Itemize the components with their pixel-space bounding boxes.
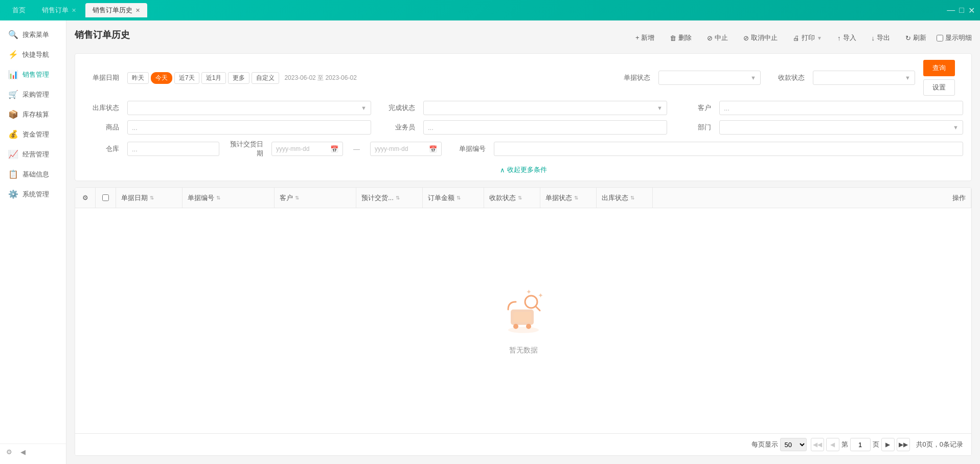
delete-button[interactable]: 🗑 删除 — [665, 31, 697, 45]
sort-delivery-icon: ⇅ — [396, 195, 400, 201]
query-button[interactable]: 查询 — [923, 60, 955, 76]
complete-status-select[interactable]: ▼ — [423, 101, 667, 115]
sidebar-item-base-info[interactable]: 📋 基础信息 — [0, 164, 66, 184]
th-delivery[interactable]: 预计交货... ⇅ — [356, 188, 423, 208]
bill-date-label: 单据日期 — [83, 73, 119, 82]
filter-row-3: 商品 ... 业务员 ... 部门 ▼ — [83, 120, 963, 135]
th-bill-status[interactable]: 单据状态 ⇅ — [540, 188, 597, 208]
table-body: ✦ ✦ 暂无数据 — [75, 208, 971, 433]
search-icon: 🔍 — [8, 30, 18, 39]
bill-number-input[interactable] — [494, 142, 963, 156]
svg-rect-2 — [513, 312, 531, 322]
salesperson-label: 业务员 — [379, 123, 415, 132]
next-page-btn[interactable]: ▶ — [881, 438, 895, 451]
bill-status-arrow: ▼ — [750, 75, 756, 81]
bill-status-label: 单据状态 — [614, 73, 650, 82]
sidebar-item-inventory[interactable]: 📦 库存核算 — [0, 104, 66, 124]
svg-point-4 — [526, 324, 531, 329]
svg-point-3 — [513, 324, 518, 329]
sidebar-item-quick-nav[interactable]: ⚡ 快捷导航 — [0, 45, 66, 64]
date-yesterday[interactable]: 昨天 — [127, 72, 149, 84]
display-columns-toggle[interactable]: 显示明细 — [937, 33, 972, 42]
date-more[interactable]: 更多 — [228, 72, 249, 84]
complete-status-arrow: ▼ — [657, 105, 663, 111]
svg-text:✦: ✦ — [526, 288, 532, 296]
window-controls: — □ ✕ — [947, 6, 975, 15]
customer-input[interactable]: ... — [719, 101, 963, 115]
export-icon: ↓ — [872, 34, 875, 42]
out-status-select[interactable]: ▼ — [127, 101, 371, 115]
sidebar-item-purchase[interactable]: 🛒 采购管理 — [0, 84, 66, 104]
date-custom[interactable]: 自定义 — [252, 72, 279, 84]
th-date[interactable]: 单据日期 ⇅ — [116, 188, 183, 208]
maximize-btn[interactable]: □ — [959, 6, 964, 15]
date-1month[interactable]: 近1月 — [201, 72, 226, 84]
sidebar-item-search[interactable]: 🔍 搜索菜单 — [0, 25, 66, 45]
page-size-selector: 每页显示 10 20 50 100 — [751, 438, 807, 451]
table-header: ⚙ 单据日期 ⇅ 单据编号 ⇅ 客户 ⇅ 预计交货... — [75, 188, 971, 208]
collapse-filters[interactable]: ∧ 收起更多条件 — [83, 163, 963, 174]
print-button[interactable]: 🖨 打印 ▼ — [788, 31, 827, 45]
sidebar-collapse-icon[interactable]: ◀ — [20, 448, 26, 456]
th-checkbox[interactable] — [96, 188, 116, 208]
svg-point-0 — [508, 327, 539, 333]
th-out-status[interactable]: 出库状态 ⇅ — [597, 188, 653, 208]
export-button[interactable]: ↓ 导出 — [867, 31, 896, 45]
customer-label: 客户 — [675, 103, 711, 113]
cancel-stop-icon: ⊘ — [743, 34, 749, 42]
minimize-btn[interactable]: — — [947, 6, 955, 15]
delivery-date-label: 预计交货日期 — [227, 140, 263, 158]
table-settings-icon: ⚙ — [82, 194, 88, 202]
date-7days[interactable]: 近7天 — [174, 72, 199, 84]
display-columns-checkbox[interactable] — [937, 35, 943, 41]
collapse-arrow-icon: ∧ — [500, 166, 505, 174]
sidebar-item-system[interactable]: ⚙️ 系统管理 — [0, 184, 66, 204]
tab-home[interactable]: 首页 — [5, 3, 33, 17]
stop-button[interactable]: ⊘ 中止 — [702, 31, 733, 45]
delivery-end-date[interactable]: yyyy-mm-dd 📅 — [370, 142, 442, 156]
th-order-num[interactable]: 单据编号 ⇅ — [183, 188, 275, 208]
setting-button[interactable]: 设置 — [923, 79, 955, 96]
sidebar-item-sales[interactable]: 📊 销售管理 — [0, 64, 66, 84]
sidebar-item-finance[interactable]: 💰 资金管理 — [0, 124, 66, 144]
close-tab-sales-order[interactable]: ✕ — [72, 7, 76, 14]
cancel-stop-button[interactable]: ⊘ 取消中止 — [738, 31, 783, 45]
department-select[interactable]: ▼ — [719, 120, 963, 135]
th-amount[interactable]: 订单金额 ⇅ — [423, 188, 484, 208]
refresh-icon: ↻ — [905, 34, 911, 42]
select-all-checkbox[interactable] — [102, 194, 109, 201]
import-icon: ↑ — [837, 34, 841, 42]
tab-sales-order-history[interactable]: 销售订单历史 ✕ — [85, 3, 147, 17]
salesperson-input[interactable]: ... — [423, 120, 667, 135]
import-button[interactable]: ↑ 导入 — [832, 31, 861, 45]
date-separator: — — [351, 145, 362, 153]
th-settings[interactable]: ⚙ — [75, 188, 96, 208]
warehouse-input[interactable]: ... — [127, 142, 219, 156]
sort-customer-icon: ⇅ — [295, 195, 299, 201]
prev-page-btn[interactable]: ◀ — [826, 438, 839, 451]
close-tab-history[interactable]: ✕ — [135, 7, 140, 14]
goods-input[interactable]: ... — [127, 120, 371, 135]
delivery-start-date[interactable]: yyyy-mm-dd 📅 — [271, 142, 343, 156]
page-size-select-input[interactable]: 10 20 50 100 — [780, 438, 807, 451]
filter-row-1: 单据日期 昨天 今天 近7天 近1月 更多 自定义 2023-06-02 至 2… — [83, 60, 963, 96]
tab-sales-order[interactable]: 销售订单 ✕ — [35, 3, 83, 17]
sidebar-item-operations[interactable]: 📈 经营管理 — [0, 144, 66, 164]
date-today[interactable]: 今天 — [151, 72, 172, 84]
last-page-btn[interactable]: ▶▶ — [897, 438, 910, 451]
payment-status-select[interactable]: ▼ — [813, 71, 915, 85]
delete-icon: 🗑 — [670, 34, 676, 42]
refresh-button[interactable]: ↻ 刷新 — [900, 31, 931, 45]
close-window-btn[interactable]: ✕ — [968, 6, 975, 15]
th-payment[interactable]: 收款状态 ⇅ — [484, 188, 540, 208]
bill-status-select[interactable]: ▼ — [658, 71, 761, 85]
first-page-btn[interactable]: ◀◀ — [811, 438, 824, 451]
goods-label: 商品 — [83, 123, 119, 132]
money-icon: 💰 — [8, 129, 18, 139]
page-number-input[interactable] — [850, 438, 871, 451]
sidebar-settings-icon[interactable]: ⚙ — [6, 448, 12, 456]
filter-area: 单据日期 昨天 今天 近7天 近1月 更多 自定义 2023-06-02 至 2… — [75, 53, 972, 181]
add-button[interactable]: + 新增 — [630, 31, 659, 45]
filter-row-2: 出库状态 ▼ 完成状态 ▼ 客户 ... — [83, 101, 963, 115]
th-customer[interactable]: 客户 ⇅ — [275, 188, 356, 208]
